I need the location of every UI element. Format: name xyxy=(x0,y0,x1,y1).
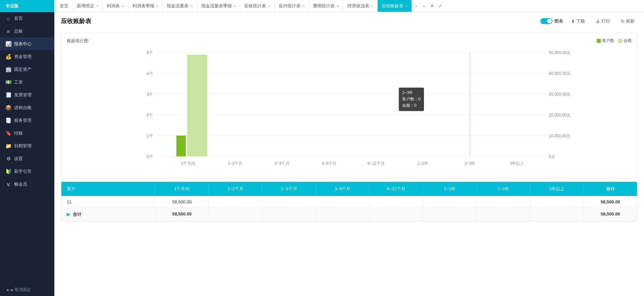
tab-expense-close[interactable]: × xyxy=(337,4,339,8)
tab-cashflow-q[interactable]: 现金流量表季报 × xyxy=(197,0,240,12)
sidebar-item-invoice[interactable]: 🧾 发票管理 xyxy=(0,89,54,101)
download-button[interactable]: ⬇ 下载 xyxy=(569,17,588,26)
tab-ar-aging-label: 应收账龄表 xyxy=(382,3,404,9)
tab-ap-stat[interactable]: 应付统计表 × xyxy=(275,0,309,12)
sidebar-item-assets-label: 固定资产 xyxy=(14,66,32,72)
svg-text:3~6个月: 3~6个月 xyxy=(322,161,336,166)
tab-profit-q-close[interactable]: × xyxy=(156,4,158,8)
tab-ar-aging-close[interactable]: × xyxy=(406,4,408,8)
sidebar-item-tax-label: 税务管理 xyxy=(14,117,32,124)
sidebar-item-settle[interactable]: 🔖 结账 xyxy=(0,127,54,140)
tab-ar-stat-close[interactable]: × xyxy=(268,4,270,8)
sidebar-item-settle-label: 结账 xyxy=(14,130,23,136)
svg-text:6~12个月: 6~12个月 xyxy=(367,161,384,166)
svg-text:50,000.00元: 50,000.00元 xyxy=(549,50,571,55)
chart-title: 账龄统计图 xyxy=(67,38,632,44)
refresh-icon: ↻ xyxy=(621,19,625,24)
legend-amount-label: 金额 xyxy=(624,38,632,44)
report-icon: 📊 xyxy=(5,41,11,47)
tab-voucher-label: 新增凭证 xyxy=(77,3,94,9)
legend-customer-dot xyxy=(597,39,601,43)
table-header: 客户 1个月内 1~2个月 2~3个月 3~6个月 6~12个月 1~2年 2~… xyxy=(61,182,637,196)
tab-ar-stat-label: 应收统计表 xyxy=(244,3,266,9)
refresh-button[interactable]: ↻ 刷新 xyxy=(618,17,637,26)
sidebar-item-settings[interactable]: ⚙ 设置 xyxy=(0,152,54,165)
sidebar-item-tax[interactable]: 📑 税务管理 xyxy=(0,114,54,127)
refresh-label: 刷新 xyxy=(626,18,635,24)
header-actions: 图表 ⬇ 下载 🖨 打印 ↻ 刷新 xyxy=(540,17,637,26)
tab-home-label: 首页 xyxy=(60,3,68,9)
td-12-0 xyxy=(209,196,263,208)
svg-text:30,000.00元: 30,000.00元 xyxy=(549,92,571,97)
svg-text:2~3个月: 2~3个月 xyxy=(275,161,289,166)
sidebar-item-assets[interactable]: 🏢 固定资产 xyxy=(0,63,54,76)
bar-1m-amount xyxy=(187,55,207,156)
sidebar-item-archive-label: 归档管理 xyxy=(14,143,32,149)
tab-nav-right[interactable]: › xyxy=(420,0,428,12)
td-612-0 xyxy=(370,196,423,208)
sidebar-item-funds-label: 资金管理 xyxy=(14,54,32,60)
tab-profit-q[interactable]: 利润表季报 × xyxy=(128,0,163,12)
tab-ar-aging[interactable]: 应收账龄表 × xyxy=(378,0,412,12)
tab-nav-left[interactable]: ‹ xyxy=(412,0,420,12)
sidebar-item-inout-label: 进销台账 xyxy=(14,105,32,111)
sidebar-item-funds[interactable]: 💰 资金管理 xyxy=(0,50,54,63)
tab-operation[interactable]: 经营状况表 × xyxy=(343,0,378,12)
legend-amount-dot xyxy=(618,39,622,43)
sidebar-item-report[interactable]: 📊 报表中心 xyxy=(0,38,54,50)
td-total-12 xyxy=(209,208,263,221)
tab-cashflow[interactable]: 现金流量表 × xyxy=(163,0,197,12)
svg-text:1个: 1个 xyxy=(147,134,153,138)
tab-voucher[interactable]: 新增凭证 × xyxy=(73,0,103,12)
assets-icon: 🏢 xyxy=(5,66,11,72)
sidebar-item-inout[interactable]: 📦 进销台账 xyxy=(0,101,54,114)
tab-home[interactable]: 首页 xyxy=(56,0,73,12)
sidebar-item-vip[interactable]: V 畅会员 xyxy=(0,178,54,191)
tab-profit[interactable]: 利润表 × xyxy=(103,0,128,12)
legend-amount: 金额 xyxy=(618,38,632,44)
tab-cashflow-q-close[interactable]: × xyxy=(234,4,236,8)
app-logo: 专业版 xyxy=(0,0,54,12)
svg-text:2~3年: 2~3年 xyxy=(465,161,475,166)
td-12y-0 xyxy=(423,196,477,208)
tax-icon: 📑 xyxy=(5,117,11,124)
sidebar-footer[interactable]: ◄◄ 取消固定 xyxy=(0,284,54,296)
sidebar-item-archive[interactable]: 📁 归档管理 xyxy=(0,140,54,152)
tab-ap-stat-close[interactable]: × xyxy=(303,4,305,8)
sidebar-item-home[interactable]: ⌂ 首页 xyxy=(0,12,54,25)
td-total-3y xyxy=(530,208,584,221)
tab-operation-label: 经营状况表 xyxy=(347,3,369,9)
svg-text:1~2年: 1~2年 xyxy=(418,161,428,166)
salary-icon: 💵 xyxy=(5,79,11,85)
tab-expense[interactable]: 费用统计表 × xyxy=(309,0,343,12)
print-button[interactable]: 🖨 打印 xyxy=(593,17,613,26)
td-total-23y xyxy=(477,208,530,221)
sidebar-item-guide[interactable]: 🔰 新手引导 xyxy=(0,165,54,178)
svg-text:0个: 0个 xyxy=(147,154,153,159)
th-customer: 客户 xyxy=(61,182,155,196)
tab-bar: 首页 新增凭证 × 利润表 × 利润表季报 × 现金流量表 × 现金流量表季报 … xyxy=(54,0,644,12)
tab-expand[interactable]: ⤢ xyxy=(436,0,444,12)
td-23-0 xyxy=(262,196,316,208)
chart-toggle[interactable]: 图表 xyxy=(540,18,563,24)
tab-ar-stat[interactable]: 应收统计表 × xyxy=(240,0,274,12)
td-total-1m: 58,500.00 xyxy=(155,208,209,221)
td-customer-0: 11 xyxy=(61,196,155,208)
td-total-0: 58,500.00 xyxy=(584,196,637,208)
svg-text:5个: 5个 xyxy=(147,50,153,55)
download-label: 下载 xyxy=(576,18,585,24)
total-label: 合计 xyxy=(73,212,82,217)
tab-profit-close[interactable]: × xyxy=(122,4,124,8)
sidebar-item-ledger[interactable]: ≡ 总账 xyxy=(0,25,54,38)
tab-cashflow-close[interactable]: × xyxy=(191,4,193,8)
main-content: 首页 新增凭证 × 利润表 × 利润表季报 × 现金流量表 × 现金流量表季报 … xyxy=(54,0,644,296)
sidebar-item-guide-label: 新手引导 xyxy=(14,168,32,175)
th-23y: 2~3年 xyxy=(477,182,530,196)
tab-operation-close[interactable]: × xyxy=(371,4,373,8)
sidebar-item-salary[interactable]: 💵 工资 xyxy=(0,76,54,89)
svg-text:40,000.00元: 40,000.00元 xyxy=(549,71,571,76)
tab-voucher-close[interactable]: × xyxy=(96,4,98,8)
svg-text:1~2个月: 1~2个月 xyxy=(228,161,243,166)
toggle-track[interactable] xyxy=(540,18,552,24)
tab-close-all[interactable]: ✕ xyxy=(428,0,436,12)
